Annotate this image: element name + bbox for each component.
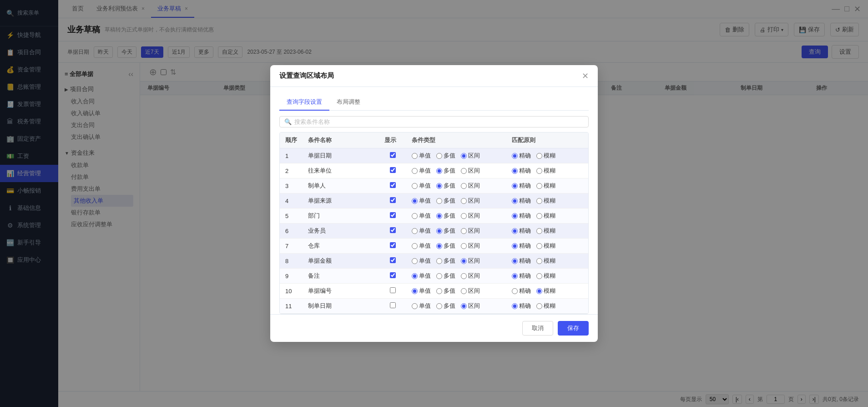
type-option-区间[interactable]: 区间 [461, 167, 480, 175]
match-option-模糊[interactable]: 模糊 [536, 227, 555, 235]
cell-show [379, 284, 406, 299]
show-checkbox[interactable] [390, 242, 396, 248]
match-option-模糊[interactable]: 模糊 [536, 302, 555, 310]
type-option-区间[interactable]: 区间 [461, 242, 480, 250]
type-option-单值[interactable]: 单值 [412, 227, 431, 235]
type-option-区间[interactable]: 区间 [461, 287, 480, 295]
type-option-单值[interactable]: 单值 [412, 212, 431, 220]
cancel-button[interactable]: 取消 [522, 321, 553, 336]
type-option-单值[interactable]: 单值 [412, 197, 431, 205]
type-option-单值[interactable]: 单值 [412, 272, 431, 280]
match-option-模糊[interactable]: 模糊 [536, 257, 555, 265]
type-option-区间[interactable]: 区间 [461, 272, 480, 280]
type-option-多值[interactable]: 多值 [436, 242, 455, 250]
show-checkbox[interactable] [390, 287, 396, 293]
type-option-单值[interactable]: 单值 [412, 287, 431, 295]
match-option-精确[interactable]: 精确 [512, 242, 531, 250]
cell-type: 单值多值区间 [406, 209, 506, 224]
show-checkbox[interactable] [390, 167, 396, 173]
cell-show [379, 193, 406, 209]
show-checkbox[interactable] [390, 197, 396, 203]
save-button[interactable]: 保存 [558, 321, 589, 336]
type-option-单值[interactable]: 单值 [412, 182, 431, 190]
match-option-精确[interactable]: 精确 [512, 287, 531, 295]
cell-seq: 4 [280, 193, 303, 209]
type-option-区间[interactable]: 区间 [461, 212, 480, 220]
radio-label: 精确 [519, 212, 531, 220]
match-option-精确[interactable]: 精确 [512, 182, 531, 190]
type-option-多值[interactable]: 多值 [436, 257, 455, 265]
show-checkbox[interactable] [390, 152, 396, 158]
type-option-单值[interactable]: 单值 [412, 302, 431, 310]
match-option-模糊[interactable]: 模糊 [536, 272, 555, 280]
type-option-多值[interactable]: 多值 [436, 302, 455, 310]
match-option-精确[interactable]: 精确 [512, 302, 531, 310]
dialog-search-bar: 🔍 [279, 116, 589, 127]
match-option-精确[interactable]: 精确 [512, 197, 531, 205]
type-option-区间[interactable]: 区间 [461, 182, 480, 190]
type-option-多值[interactable]: 多值 [436, 152, 455, 160]
type-option-区间[interactable]: 区间 [461, 257, 480, 265]
dialog-search-input[interactable] [294, 118, 584, 125]
show-checkbox[interactable] [390, 272, 396, 278]
show-checkbox[interactable] [390, 212, 396, 218]
cell-match: 精确模糊 [506, 299, 588, 314]
radio-label: 模糊 [544, 227, 555, 235]
show-checkbox[interactable] [390, 302, 396, 308]
match-option-精确[interactable]: 精确 [512, 257, 531, 265]
dialog-tab-fields[interactable]: 查询字段设置 [279, 94, 329, 111]
cell-show [379, 148, 406, 163]
cell-type: 单值多值区间 [406, 254, 506, 269]
dialog-tab-layout[interactable]: 布局调整 [329, 94, 368, 111]
cell-type: 单值多值区间 [406, 299, 506, 314]
show-checkbox[interactable] [390, 227, 396, 233]
type-option-区间[interactable]: 区间 [461, 302, 480, 310]
radio-label: 单值 [419, 242, 431, 250]
type-option-区间[interactable]: 区间 [461, 197, 480, 205]
match-option-模糊[interactable]: 模糊 [536, 152, 555, 160]
type-option-多值[interactable]: 多值 [436, 272, 455, 280]
radio-label: 区间 [468, 227, 480, 235]
dialog-search-icon: 🔍 [284, 118, 292, 125]
show-checkbox[interactable] [390, 257, 396, 263]
type-option-多值[interactable]: 多值 [436, 227, 455, 235]
radio-label: 多值 [444, 257, 455, 265]
type-option-单值[interactable]: 单值 [412, 152, 431, 160]
th-match: 匹配原则 [506, 132, 588, 148]
type-option-区间[interactable]: 区间 [461, 152, 480, 160]
type-option-单值[interactable]: 单值 [412, 257, 431, 265]
dialog-close-button[interactable]: ✕ [582, 72, 589, 80]
type-option-多值[interactable]: 多值 [436, 167, 455, 175]
type-option-多值[interactable]: 多值 [436, 197, 455, 205]
cell-match: 精确模糊 [506, 254, 588, 269]
radio-label: 模糊 [544, 242, 555, 250]
match-option-精确[interactable]: 精确 [512, 272, 531, 280]
show-checkbox[interactable] [390, 182, 396, 188]
cell-type: 单值多值区间 [406, 224, 506, 239]
type-option-多值[interactable]: 多值 [436, 182, 455, 190]
match-option-精确[interactable]: 精确 [512, 227, 531, 235]
match-option-模糊[interactable]: 模糊 [536, 242, 555, 250]
type-option-区间[interactable]: 区间 [461, 227, 480, 235]
type-radio-group: 单值多值区间 [412, 212, 501, 220]
type-option-单值[interactable]: 单值 [412, 242, 431, 250]
radio-label: 模糊 [544, 182, 555, 190]
type-option-多值[interactable]: 多值 [436, 287, 455, 295]
match-option-精确[interactable]: 精确 [512, 212, 531, 220]
match-option-模糊[interactable]: 模糊 [536, 197, 555, 205]
cell-match: 精确模糊 [506, 178, 588, 193]
type-option-多值[interactable]: 多值 [436, 212, 455, 220]
radio-label: 多值 [444, 212, 455, 220]
cell-seq: 7 [280, 239, 303, 254]
type-option-单值[interactable]: 单值 [412, 167, 431, 175]
match-option-模糊[interactable]: 模糊 [536, 182, 555, 190]
radio-label: 多值 [444, 167, 455, 175]
match-option-精确[interactable]: 精确 [512, 152, 531, 160]
cell-name: 单据编号 [303, 284, 379, 299]
match-option-精确[interactable]: 精确 [512, 167, 531, 175]
match-option-模糊[interactable]: 模糊 [536, 287, 555, 295]
radio-label: 精确 [519, 182, 531, 190]
dialog-overlay[interactable]: 设置查询区域布局 ✕ 查询字段设置 布局调整 🔍 顺序 条件名称 [0, 0, 868, 407]
match-option-模糊[interactable]: 模糊 [536, 212, 555, 220]
match-option-模糊[interactable]: 模糊 [536, 167, 555, 175]
